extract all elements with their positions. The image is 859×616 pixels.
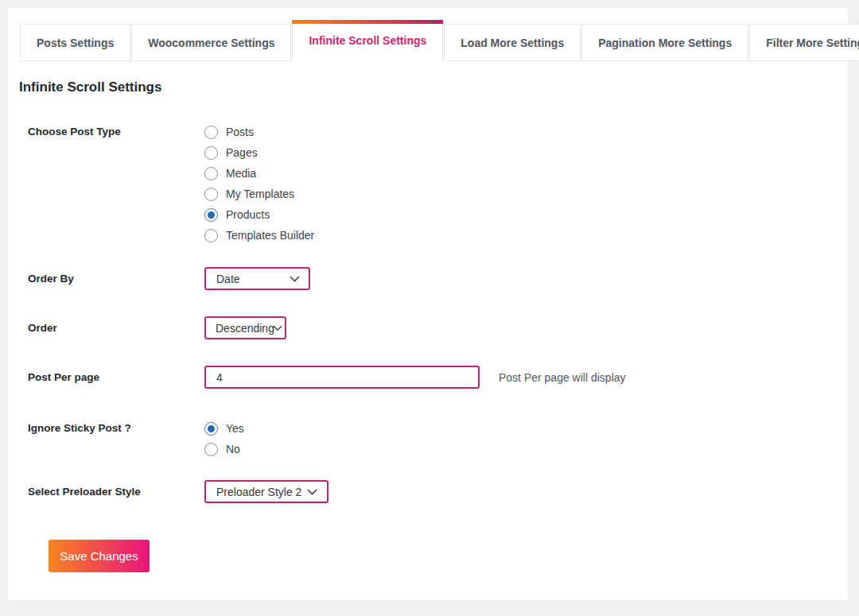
radio-option-label: Yes xyxy=(226,422,244,435)
preloader-style-label: Select Preloader Style xyxy=(28,486,204,498)
radio-button-icon[interactable] xyxy=(204,443,218,456)
order-value: Descending xyxy=(216,322,274,335)
radio-button-icon[interactable] xyxy=(204,208,218,222)
row-order-by: Order By Date xyxy=(28,267,848,290)
tab-label: Pagination More Settings xyxy=(598,37,732,49)
row-choose-post-type: Choose Post Type PostsPagesMediaMy Templ… xyxy=(28,122,848,246)
row-ignore-sticky: Ignore Sticky Post ? YesNo xyxy=(28,418,848,459)
tab-infinite-scroll-settings[interactable]: Infinite Scroll Settings xyxy=(292,20,443,61)
radio-button-icon[interactable] xyxy=(204,167,218,180)
order-label: Order xyxy=(28,322,204,334)
page-title: Infinite Scroll Settings xyxy=(19,79,848,95)
radio-option-label: No xyxy=(226,443,240,455)
radio-button-icon[interactable] xyxy=(204,126,218,139)
radio-option-label: Posts xyxy=(226,126,254,138)
radio-option-post-type-pages[interactable]: Pages xyxy=(204,142,314,163)
radio-option-label: Products xyxy=(226,208,270,221)
radio-option-post-type-posts[interactable]: Posts xyxy=(204,122,314,142)
radio-option-label: Templates Builder xyxy=(226,229,314,242)
order-by-label: Order By xyxy=(28,273,204,285)
tab-pagination-more-settings[interactable]: Pagination More Settings xyxy=(581,24,748,61)
radio-option-post-type-media[interactable]: Media xyxy=(204,163,314,184)
row-preloader-style: Select Preloader Style Preloader Style 2 xyxy=(28,480,848,503)
radio-button-icon[interactable] xyxy=(204,422,218,436)
tab-bar: Posts SettingsWoocommerce SettingsInfini… xyxy=(8,8,848,61)
tab-load-more-settings[interactable]: Load More Settings xyxy=(444,24,581,61)
post-per-page-label: Post Per page xyxy=(28,371,204,383)
active-tab-gradient-bar xyxy=(292,20,443,24)
tab-label: Load More Settings xyxy=(461,37,564,49)
radio-option-post-type-my-templates[interactable]: My Templates xyxy=(204,184,314,204)
radio-button-icon[interactable] xyxy=(204,188,218,201)
choose-post-type-options: PostsPagesMediaMy TemplatesProductsTempl… xyxy=(204,122,314,246)
order-by-select[interactable]: Date xyxy=(204,267,310,290)
chevron-down-icon xyxy=(307,489,317,495)
radio-button-icon[interactable] xyxy=(204,229,218,242)
radio-selected-dot xyxy=(208,211,215,219)
tab-woocommerce-settings[interactable]: Woocommerce Settings xyxy=(131,24,291,61)
radio-option-label: Media xyxy=(226,167,256,180)
chevron-down-icon xyxy=(290,276,300,282)
tab-filter-more-settings[interactable]: Filter More Settings xyxy=(749,24,859,61)
preloader-style-value: Preloader Style 2 xyxy=(216,486,301,498)
row-order: Order Descending xyxy=(28,316,848,339)
radio-selected-dot xyxy=(208,425,215,432)
tab-posts-settings[interactable]: Posts Settings xyxy=(20,24,130,61)
tab-label: Woocommerce Settings xyxy=(148,37,274,49)
save-changes-button[interactable]: Save Changes xyxy=(49,540,150,572)
row-post-per-page: Post Per page Post Per page will display xyxy=(28,366,848,389)
post-per-page-input[interactable] xyxy=(204,366,480,389)
tab-label: Infinite Scroll Settings xyxy=(309,34,426,47)
tab-label: Filter More Settings xyxy=(766,37,859,49)
radio-option-post-type-products[interactable]: Products xyxy=(204,204,314,225)
settings-form: Choose Post Type PostsPagesMediaMy Templ… xyxy=(28,122,848,572)
radio-button-icon[interactable] xyxy=(204,146,218,160)
radio-option-label: Pages xyxy=(226,146,258,159)
radio-option-post-type-templates-builder[interactable]: Templates Builder xyxy=(204,225,314,246)
ignore-sticky-label: Ignore Sticky Post ? xyxy=(28,418,204,439)
chevron-down-icon xyxy=(273,325,282,331)
radio-option-ignore-sticky-yes[interactable]: Yes xyxy=(204,418,244,439)
ignore-sticky-options: YesNo xyxy=(204,418,244,459)
radio-option-ignore-sticky-no[interactable]: No xyxy=(204,439,244,459)
order-select[interactable]: Descending xyxy=(204,316,286,339)
post-per-page-help: Post Per page will display xyxy=(499,371,626,384)
tab-label: Posts Settings xyxy=(37,37,114,49)
order-by-value: Date xyxy=(216,273,240,285)
choose-post-type-label: Choose Post Type xyxy=(28,122,204,142)
preloader-style-select[interactable]: Preloader Style 2 xyxy=(204,480,328,503)
radio-option-label: My Templates xyxy=(226,188,294,200)
settings-card: Posts SettingsWoocommerce SettingsInfini… xyxy=(8,8,848,600)
